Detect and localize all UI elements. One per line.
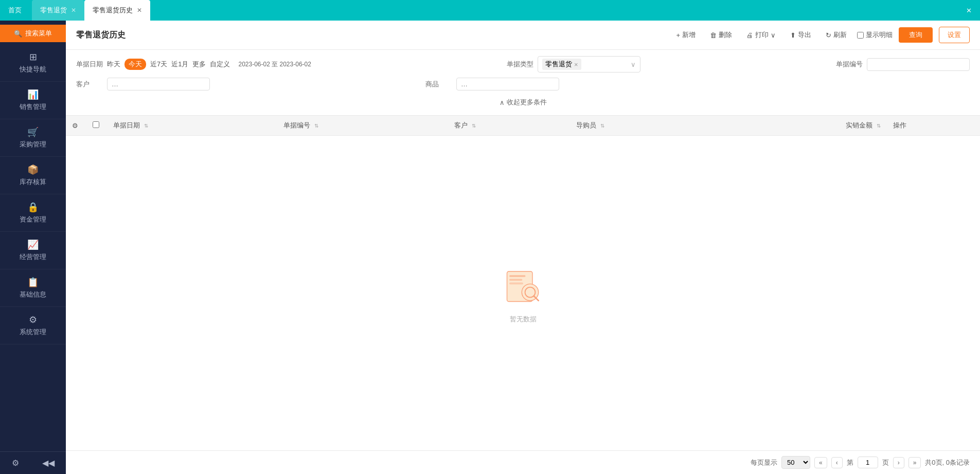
th-number-label: 单据编号: [283, 121, 310, 129]
per-page-select[interactable]: 10 20 50 100: [781, 456, 810, 469]
page-title: 零售退货历史: [76, 30, 126, 41]
th-date-sort-icon: ⇅: [144, 123, 148, 129]
sidebar-item-inventory[interactable]: 📦 库存核算: [0, 157, 66, 194]
show-detail-checkbox-label[interactable]: 显示明细: [857, 30, 893, 40]
sidebar-item-sales[interactable]: 📊 销售管理: [0, 82, 66, 119]
th-guide[interactable]: 导购员 ⇅: [570, 116, 716, 136]
page-prefix-label: 第: [847, 458, 853, 467]
next-page-button[interactable]: ›: [893, 457, 904, 468]
th-customer-label: 客户: [454, 121, 468, 129]
date-option-today[interactable]: 今天: [124, 59, 146, 70]
purchase-icon: 🛒: [27, 126, 39, 138]
tab-retail-return[interactable]: 零售退货 ✕: [32, 0, 84, 21]
sound-icon[interactable]: ◀◀: [42, 458, 55, 468]
sidebar-item-inventory-label: 库存核算: [20, 177, 46, 187]
date-option-more[interactable]: 更多: [192, 60, 206, 69]
th-number[interactable]: 单据编号 ⇅: [277, 116, 448, 136]
th-amount-sort-icon: ⇅: [877, 123, 881, 129]
prev-page-button[interactable]: ‹: [831, 457, 843, 468]
collapse-label: 收起更多条件: [507, 98, 547, 107]
sidebar: 🔍 搜索菜单 ⊞ 快捷导航 📊 销售管理 🛒 采购管理 📦 库存核算 🔒 资金管…: [0, 21, 66, 474]
sidebar-item-finance-label: 资金管理: [20, 215, 46, 224]
refresh-icon: ↻: [826, 31, 831, 39]
tab-home[interactable]: 首页: [0, 0, 30, 21]
data-table: ⚙ 单据日期 ⇅ 单据编号 ⇅: [66, 116, 980, 136]
total-info: 共0页, 0条记录: [925, 458, 970, 467]
sidebar-item-sales-label: 销售管理: [20, 102, 46, 112]
tab-home-label: 首页: [8, 6, 22, 15]
sidebar-item-quick-nav[interactable]: ⊞ 快捷导航: [0, 44, 66, 82]
show-detail-label: 显示明细: [866, 30, 893, 40]
sidebar-bottom: ⚙ ◀◀: [0, 451, 66, 474]
export-icon: ⬆: [790, 31, 796, 39]
per-page-label: 每页显示: [751, 458, 777, 467]
date-option-yesterday[interactable]: 昨天: [107, 60, 120, 69]
sidebar-item-operations-label: 经营管理: [20, 252, 46, 262]
finance-icon: 🔒: [27, 202, 39, 213]
date-filter-label: 单据日期: [76, 60, 107, 69]
last-page-button[interactable]: »: [908, 457, 921, 468]
print-button[interactable]: 🖨 打印 ∨: [742, 28, 780, 42]
th-customer[interactable]: 客户 ⇅: [448, 116, 570, 136]
customer-filter-label: 客户: [76, 80, 107, 89]
delete-button[interactable]: 🗑 删除: [706, 28, 736, 42]
type-tag-close[interactable]: ×: [574, 61, 578, 68]
collapse-btn[interactable]: ∧ 收起更多条件: [76, 96, 970, 109]
select-all-checkbox[interactable]: [93, 121, 99, 128]
th-date-label: 单据日期: [113, 121, 140, 129]
top-bar: 首页 零售退货 ✕ 零售退货历史 ✕ ✕: [0, 0, 980, 21]
operations-icon: 📈: [27, 239, 39, 250]
basic-icon: 📋: [27, 277, 39, 288]
goods-input[interactable]: [456, 78, 559, 90]
settings-gear-icon[interactable]: ⚙: [12, 458, 19, 468]
settings-button[interactable]: 设置: [939, 27, 970, 43]
date-option-custom[interactable]: 自定义: [210, 60, 230, 69]
date-range-display: 2023-06-02 至 2023-06-02: [238, 60, 311, 69]
add-icon: +: [676, 31, 680, 39]
filter-area: 单据日期 昨天 今天 近7天 近1月 更多 自定义 2023-06-02 至 2…: [66, 50, 980, 116]
type-tag-label: 零售退货: [545, 60, 572, 69]
type-select[interactable]: 零售退货 × ∨: [538, 56, 640, 72]
th-guide-sort-icon: ⇅: [600, 123, 604, 129]
pagination-bar: 每页显示 10 20 50 100 « ‹ 第 页 › » 共0页, 0条记录: [66, 450, 980, 474]
top-bar-close[interactable]: ✕: [966, 7, 980, 14]
sidebar-item-system[interactable]: ⚙ 系统管理: [0, 307, 66, 344]
tab-retail-return-history[interactable]: 零售退货历史 ✕: [84, 0, 150, 21]
th-customer-sort-icon: ⇅: [472, 123, 476, 129]
voucher-input[interactable]: [867, 58, 970, 71]
tab-retail-return-close[interactable]: ✕: [71, 7, 76, 14]
date-option-last7[interactable]: 近7天: [150, 60, 167, 69]
sidebar-item-operations[interactable]: 📈 经营管理: [0, 232, 66, 269]
sidebar-item-system-label: 系统管理: [20, 327, 46, 337]
refresh-button[interactable]: ↻ 刷新: [822, 28, 851, 42]
th-date[interactable]: 单据日期 ⇅: [107, 116, 277, 136]
sidebar-search-button[interactable]: 🔍 搜索菜单: [0, 25, 66, 42]
print-arrow-icon: ∨: [771, 31, 776, 39]
sidebar-item-basic-label: 基础信息: [20, 290, 46, 299]
tab-retail-return-history-close[interactable]: ✕: [137, 7, 142, 14]
filter-row-customer: 客户 商品: [76, 78, 970, 90]
export-button[interactable]: ⬆ 导出: [786, 28, 815, 42]
first-page-button[interactable]: «: [814, 457, 827, 468]
sidebar-item-purchase[interactable]: 🛒 采购管理: [0, 119, 66, 157]
th-number-sort-icon: ⇅: [314, 123, 318, 129]
sidebar-item-finance[interactable]: 🔒 资金管理: [0, 194, 66, 232]
collapse-icon: ∧: [500, 99, 505, 106]
inventory-icon: 📦: [27, 164, 39, 175]
add-button[interactable]: + 新增: [672, 28, 700, 42]
th-amount[interactable]: 实销金额 ⇅: [717, 116, 887, 136]
system-icon: ⚙: [29, 314, 37, 325]
th-checkbox[interactable]: [86, 116, 107, 136]
customer-input[interactable]: [107, 78, 210, 90]
sales-icon: 📊: [27, 89, 39, 100]
query-button[interactable]: 查询: [899, 27, 933, 43]
sidebar-item-quick-nav-label: 快捷导航: [20, 65, 46, 74]
column-settings-icon[interactable]: ⚙: [72, 122, 78, 130]
date-option-last-month[interactable]: 近1月: [171, 60, 188, 69]
show-detail-checkbox[interactable]: [857, 32, 864, 39]
sidebar-item-basic[interactable]: 📋 基础信息: [0, 269, 66, 307]
page-number-input[interactable]: [858, 457, 878, 468]
table-container: ⚙ 单据日期 ⇅ 单据编号 ⇅: [66, 116, 980, 450]
print-icon: 🖨: [746, 31, 753, 39]
th-settings[interactable]: ⚙: [66, 116, 86, 136]
